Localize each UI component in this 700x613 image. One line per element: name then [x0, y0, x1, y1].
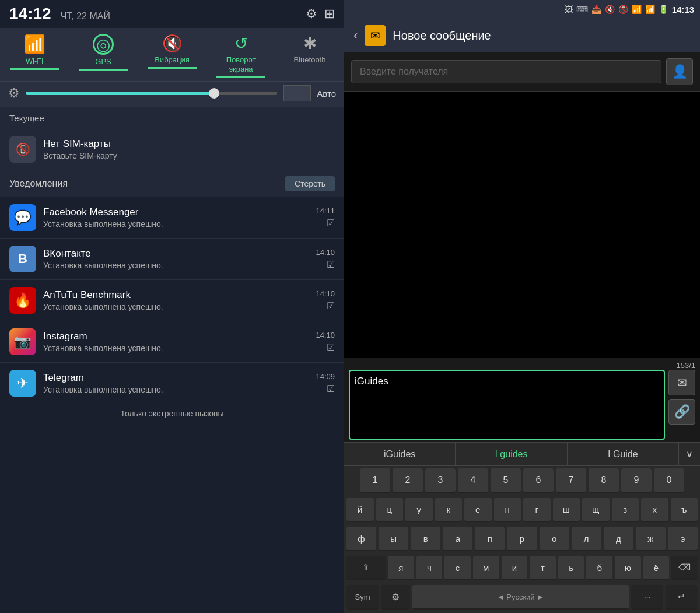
mail-app-icon: ✉ — [365, 25, 386, 46]
notification-vk[interactable]: В ВКонтакте Установка выполнена успешно.… — [0, 239, 344, 280]
key-ж[interactable]: ж — [636, 527, 666, 551]
to-field-row: Введите получателя 👤 — [344, 52, 700, 92]
key-4[interactable]: 4 — [458, 468, 488, 493]
date-left: ЧТ, 22 МАЙ — [61, 11, 110, 22]
key-п[interactable]: п — [475, 527, 505, 551]
key-ь[interactable]: ь — [558, 556, 584, 580]
wifi-icon-sm: 📶 — [632, 5, 642, 14]
key-9[interactable]: 9 — [621, 468, 652, 493]
autocomplete-3[interactable]: I Guide — [568, 443, 679, 465]
instagram-time: 14:10 — [316, 331, 335, 339]
vk-icon: В — [9, 246, 36, 272]
rotation-toggle[interactable]: ↺ Поворотэкрана — [211, 34, 272, 78]
keyboard: 1 2 3 4 5 6 7 8 9 0 й ц у к е н г ш — [344, 466, 700, 613]
key-6[interactable]: 6 — [523, 468, 554, 493]
key-к[interactable]: к — [435, 498, 463, 522]
key-м[interactable]: м — [473, 556, 499, 580]
brightness-slider[interactable] — [26, 92, 277, 95]
key-ш[interactable]: ш — [553, 498, 580, 522]
right-panel: 🖼 ⌨ 📥 🔇 📵 📶 📶 🔋 14:13 ‹ ✉ Новое сообщени… — [344, 0, 700, 613]
key-8[interactable]: 8 — [589, 468, 619, 493]
to-input[interactable]: Введите получателя — [351, 60, 662, 83]
key-1[interactable]: 1 — [360, 468, 390, 493]
key-н[interactable]: н — [494, 498, 522, 522]
notifications-label: Уведомления — [9, 178, 68, 189]
key-д[interactable]: д — [604, 527, 634, 551]
auto-checkbox[interactable] — [283, 85, 311, 101]
text-input-row: iGuides ✉ 🔗 — [349, 370, 695, 440]
backspace-key[interactable]: ⌫ — [671, 556, 698, 580]
grid-icon[interactable]: ⊞ — [324, 6, 335, 22]
notification-facebook[interactable]: 💬 Facebook Messenger Установка выполнена… — [0, 197, 344, 239]
key-л[interactable]: л — [572, 527, 601, 551]
key-й[interactable]: й — [346, 498, 374, 522]
time-left: 14:12 — [9, 5, 51, 23]
keyboard-bottom-row: Sym ⚙ ◄ Русский ► ··· ↵ — [344, 583, 700, 613]
settings-key[interactable]: ⚙ — [381, 585, 410, 610]
key-ц[interactable]: ц — [376, 498, 404, 522]
vibration-icon: 🔇 — [162, 34, 183, 53]
key-т[interactable]: т — [530, 556, 556, 580]
key-е[interactable]: е — [464, 498, 492, 522]
settings-icon[interactable]: ⚙ — [306, 6, 317, 22]
key-3[interactable]: 3 — [425, 468, 456, 493]
key-в[interactable]: в — [411, 527, 440, 551]
key-и[interactable]: и — [502, 556, 528, 580]
attach-button[interactable]: 🔗 — [668, 399, 695, 425]
enter-key[interactable]: ↵ — [666, 585, 698, 610]
key-х[interactable]: х — [641, 498, 668, 522]
notification-telegram[interactable]: ✈ Telegram Установка выполнена успешно. … — [0, 363, 344, 404]
key-с[interactable]: с — [444, 556, 471, 580]
numbers-row: 1 2 3 4 5 6 7 8 9 0 — [344, 466, 700, 495]
telegram-icon: ✈ — [9, 370, 36, 397]
send-mms-button[interactable]: ✉ — [668, 370, 695, 395]
message-textarea[interactable]: iGuides — [349, 370, 665, 440]
dots-key[interactable]: ··· — [631, 585, 663, 610]
image-icon: 🖼 — [565, 5, 573, 14]
key-у[interactable]: у — [405, 498, 433, 522]
vibration-toggle[interactable]: 🔇 Вибрация — [142, 34, 203, 78]
back-button[interactable]: ‹ — [354, 28, 358, 43]
clear-button[interactable]: Стереть — [285, 176, 335, 191]
notification-instagram[interactable]: 📷 Instagram Установка выполнена успешно.… — [0, 321, 344, 363]
key-ю[interactable]: ю — [615, 556, 641, 580]
contacts-button[interactable]: 👤 — [666, 58, 693, 85]
wifi-toggle[interactable]: 📶 Wi-Fi — [4, 34, 65, 78]
key-з[interactable]: з — [612, 498, 639, 522]
bluetooth-toggle[interactable]: ✱ Bluetooth — [279, 34, 341, 78]
space-key[interactable]: ◄ Русский ► — [412, 585, 629, 610]
key-ф[interactable]: ф — [346, 527, 376, 551]
key-я[interactable]: я — [388, 556, 414, 580]
key-2[interactable]: 2 — [393, 468, 423, 493]
autocomplete-1[interactable]: iGuides — [344, 443, 456, 465]
notification-antutu[interactable]: 🔥 AnTuTu Benchmark Установка выполнена у… — [0, 280, 344, 321]
instagram-content: Instagram Установка выполнена успешно. — [43, 331, 309, 353]
key-р[interactable]: р — [507, 527, 537, 551]
sim-notification[interactable]: 📵 Нет SIM-карты Вставьте SIM-карту — [0, 129, 344, 170]
key-0[interactable]: 0 — [654, 468, 684, 493]
key-а[interactable]: а — [443, 527, 473, 551]
sim-title: Нет SIM-карты — [43, 138, 335, 150]
key-ё[interactable]: ё — [643, 556, 670, 580]
key-б[interactable]: б — [586, 556, 612, 580]
autocomplete-expand[interactable]: ∨ — [679, 443, 700, 465]
sym-key[interactable]: Sym — [346, 585, 379, 610]
key-ы[interactable]: ы — [379, 527, 408, 551]
key-г[interactable]: г — [523, 498, 551, 522]
shift-key[interactable]: ⇧ — [346, 556, 386, 580]
telegram-title: Telegram — [43, 372, 309, 384]
telegram-check: ☑ — [327, 383, 335, 394]
key-щ[interactable]: щ — [582, 498, 610, 522]
key-ъ[interactable]: ъ — [671, 498, 698, 522]
key-о[interactable]: о — [540, 527, 569, 551]
gps-toggle[interactable]: ◎ GPS — [73, 34, 134, 78]
autocomplete-row: iGuides I guides I Guide ∨ — [344, 442, 700, 466]
to-placeholder: Введите получателя — [360, 66, 448, 76]
key-7[interactable]: 7 — [556, 468, 586, 493]
keyboard-row-2: ф ы в а п р о л д ж э — [344, 524, 700, 554]
autocomplete-2[interactable]: I guides — [456, 443, 567, 465]
time-right: 14:13 — [672, 5, 694, 15]
key-5[interactable]: 5 — [491, 468, 521, 493]
key-ч[interactable]: ч — [416, 556, 443, 580]
key-э[interactable]: э — [668, 527, 698, 551]
